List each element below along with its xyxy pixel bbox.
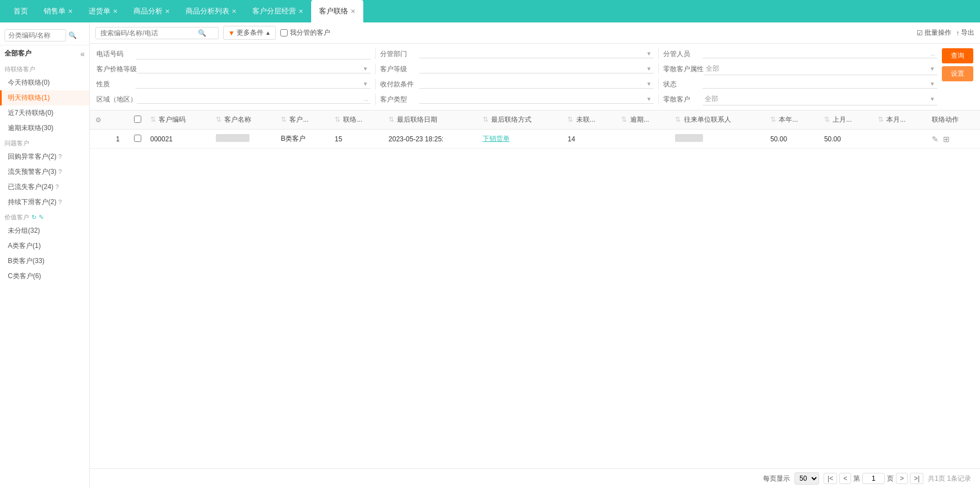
filter-payment-select[interactable]: ▼ [419, 80, 654, 89]
nav-goods-analysis[interactable]: 商品分析 ✕ [126, 0, 178, 22]
th-type-sort-icon: ⇅ [281, 116, 286, 123]
sidebar-item-class-b[interactable]: B类客户(33) [0, 254, 89, 269]
nav-purchase[interactable]: 进货单 ✕ [81, 0, 126, 22]
sidebar-item-churn-warning[interactable]: 流失预警客户(3) ? [0, 164, 89, 179]
nav-customer-contact[interactable]: 客户联络 ✕ [311, 0, 363, 22]
filter-scatter-label: 零散客户 [663, 95, 702, 104]
toolbar-search-icon[interactable]: 🔍 [198, 29, 206, 37]
filter-dept-select[interactable]: ▼ [419, 49, 654, 58]
per-page-select[interactable]: 50 [794, 472, 819, 485]
main-layout: 🔍 全部客户 « 待联络客户 今天待联络(0) 明天待联络(1) 近7天待联络(… [0, 22, 980, 488]
sidebar-item-tomorrow[interactable]: 明天待联络(1) [0, 90, 89, 105]
filter-price-tier: 客户价格等级 ▼ [96, 65, 371, 74]
sidebar-search-input[interactable] [4, 29, 66, 42]
edit-icon[interactable]: ✎ [39, 214, 44, 221]
page-input[interactable] [862, 473, 885, 484]
filter-region-select[interactable]: ... [137, 95, 371, 104]
sidebar-item-class-a[interactable]: A类客户(1) [0, 238, 89, 254]
filter-scatter-attr-select[interactable]: 全部 ▼ [704, 63, 937, 75]
more-filter-btn[interactable]: ▼ 更多条件 ▲ [223, 26, 276, 40]
filter-price-tier-label: 客户价格等级 [96, 65, 137, 74]
row-unit-contact-blurred [675, 134, 703, 142]
filter-payment-label: 收付款条件 [380, 80, 419, 89]
prev-page-btn[interactable]: < [839, 473, 851, 484]
row-contact: 15 [330, 130, 384, 149]
divider6 [658, 79, 659, 90]
sidebar-search-icon[interactable]: 🔍 [68, 31, 77, 39]
row-checkbox[interactable] [134, 135, 141, 142]
nav-customer-contact-close[interactable]: ✕ [350, 8, 355, 15]
th-num [107, 111, 129, 130]
filter-row-2: 客户价格等级 ▼ 客户等级 ▼ [96, 63, 937, 75]
nav-goods-analysis-list[interactable]: 商品分析列表 ✕ [178, 0, 244, 22]
select-all-checkbox[interactable] [134, 116, 141, 123]
row-unit-contact [671, 130, 765, 149]
nav-goods-analysis-close[interactable]: ✕ [165, 8, 170, 15]
filter-price-tier-select[interactable]: ▼ [137, 65, 371, 73]
nav-sales-close[interactable]: ✕ [68, 8, 73, 15]
nav-customer-tier[interactable]: 客户分层经营 ✕ [244, 0, 311, 22]
filter-nature: 性质 ▼ [96, 80, 371, 89]
my-customers-check[interactable] [280, 29, 288, 36]
batch-op-btn[interactable]: ☑ 批量操作 [917, 28, 951, 38]
row-overdue [617, 130, 671, 149]
th-contact-sort-icon: ⇅ [335, 116, 340, 123]
th-this-month-sort-icon: ⇅ [878, 116, 884, 123]
sidebar-item-week[interactable]: 近7天待联络(0) [0, 105, 89, 121]
filter-phone-input[interactable] [136, 49, 371, 59]
th-action: 联络动作 [927, 111, 980, 130]
filter-scatter: 零散客户 全部 ▼ [663, 93, 937, 105]
sidebar-item-today[interactable]: 今天待联络(0) [0, 75, 89, 90]
filter-status-select[interactable]: ▼ [702, 80, 937, 89]
filter-row-3: 性质 ▼ 收付款条件 ▼ [96, 79, 937, 90]
sidebar-all-customers[interactable]: 全部客户 « [0, 45, 89, 62]
filter-manager-select[interactable]: ... [702, 49, 937, 58]
first-page-btn[interactable]: |< [824, 473, 837, 484]
nav-home[interactable]: 首页 [6, 0, 36, 22]
th-not-linked: ⇅ 未联... [563, 111, 617, 130]
region-chevron: ... [363, 96, 368, 102]
collapse-icon[interactable]: « [80, 49, 85, 58]
sidebar-item-overdue[interactable]: 逾期未联络(30) [0, 121, 89, 136]
filter-customer-tier-select[interactable]: ▼ [419, 65, 654, 73]
action-edit-icon[interactable]: ✎ [932, 135, 939, 144]
nav-customer-tier-close[interactable]: ✕ [298, 8, 303, 15]
nav-sales[interactable]: 销售单 ✕ [36, 0, 81, 22]
filter-region: 区域（地区） ... [96, 95, 371, 104]
sidebar-item-churned[interactable]: 已流失客户(24) ? [0, 179, 89, 195]
sidebar-item-declining[interactable]: 持续下滑客户(2) ? [0, 195, 89, 210]
nav-goods-analysis-list-close[interactable]: ✕ [232, 8, 237, 15]
refresh-icon[interactable]: ↻ [31, 214, 36, 221]
sidebar-item-abnormal[interactable]: 回购异常客户(2) ? [0, 149, 89, 164]
info-icon-churned: ? [56, 183, 59, 190]
per-page-label: 每页显示 [763, 474, 790, 484]
filter-buttons: 查询 设置 [942, 48, 973, 105]
last-page-btn[interactable]: >| [910, 473, 923, 484]
export-btn[interactable]: ↑ 导出 [956, 28, 974, 38]
th-last-method: ⇅ 最后联络方式 [478, 111, 563, 130]
action-more-icon[interactable]: ⊞ [943, 135, 950, 144]
my-customers-checkbox[interactable]: 我分管的客户 [280, 28, 330, 38]
next-page-btn[interactable]: > [896, 473, 908, 484]
filter-phone-label: 电话号码 [96, 49, 136, 59]
sidebar-item-ungrouped[interactable]: 未分组(32) [0, 223, 89, 238]
row-last-method-link[interactable]: 下销货单 [483, 135, 510, 142]
query-btn[interactable]: 查询 [942, 48, 973, 63]
th-settings[interactable]: ⚙ [90, 111, 107, 130]
customer-type-chevron: ▼ [646, 96, 651, 102]
filter-nature-select[interactable]: ▼ [136, 80, 371, 89]
filter-region-label: 区域（地区） [96, 95, 137, 104]
setting-btn[interactable]: 设置 [942, 66, 973, 81]
toolbar: 🔍 ▼ 更多条件 ▲ 我分管的客户 ☑ 批量操作 ↑ 导出 [90, 22, 980, 44]
divider3 [375, 63, 376, 75]
filter-customer-type-select[interactable]: ▼ [419, 95, 654, 104]
nav-purchase-close[interactable]: ✕ [113, 8, 118, 15]
sidebar-item-class-c[interactable]: C类客户(6) [0, 269, 89, 284]
th-last-month-sort-icon: ⇅ [824, 116, 830, 123]
sidebar-pending-section: 待联络客户 [0, 62, 89, 75]
row-check[interactable] [129, 130, 146, 149]
toolbar-search-input[interactable] [100, 29, 196, 37]
th-check[interactable] [129, 111, 146, 130]
filter-scatter-select[interactable]: 全部 ▼ [702, 93, 937, 105]
settings-gear-icon[interactable]: ⚙ [95, 116, 101, 124]
